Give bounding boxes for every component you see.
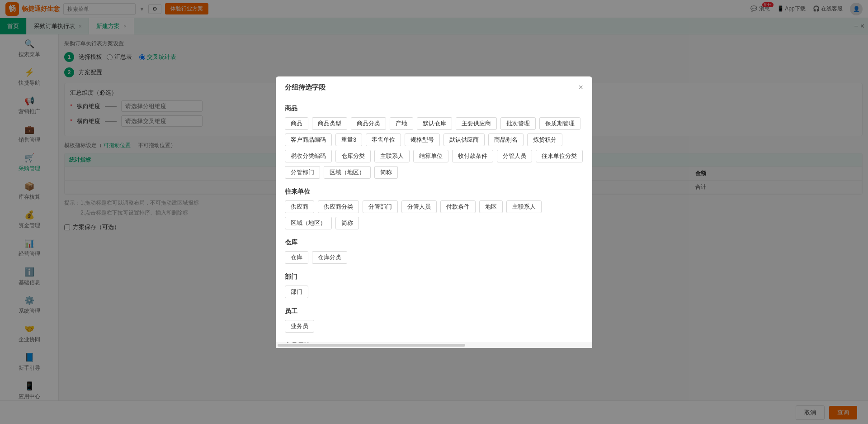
field-group-goods: 商品 商品 商品类型 商品分类 产地 默认仓库 主要供应商 批次管理 保质期管理… xyxy=(285,105,583,179)
field-tag-goods-category[interactable]: 商品分类 xyxy=(351,117,386,130)
field-tag-weight3[interactable]: 重量3 xyxy=(335,133,362,146)
modal-title: 分组待选字段 xyxy=(285,83,326,92)
field-tag-default-warehouse[interactable]: 默认仓库 xyxy=(417,117,452,130)
field-tag-settlement-unit[interactable]: 结算单位 xyxy=(413,150,448,162)
field-tag-main-supplier[interactable]: 主要供应商 xyxy=(456,117,497,130)
field-tag-region2[interactable]: 区域（地区） xyxy=(285,217,332,229)
field-tag-supplier-category[interactable]: 供应商分类 xyxy=(318,200,359,213)
field-tag-tax-code[interactable]: 税收分类编码 xyxy=(285,150,332,162)
field-tags-goods: 商品 商品类型 商品分类 产地 默认仓库 主要供应商 批次管理 保质期管理 客户… xyxy=(285,117,583,179)
field-tag-region[interactable]: 区域（地区） xyxy=(324,166,371,179)
field-tag-payment-terms[interactable]: 收付款条件 xyxy=(452,150,493,162)
field-group-warehouse-title: 仓库 xyxy=(285,238,583,247)
field-group-employee-title: 员工 xyxy=(285,307,583,315)
field-tag-goods-type[interactable]: 商品类型 xyxy=(312,117,347,130)
field-tag-main-contact2[interactable]: 主联系人 xyxy=(506,200,542,213)
field-tag-pay-terms[interactable]: 付款条件 xyxy=(440,200,476,213)
field-tag-warehouse[interactable]: 仓库 xyxy=(285,251,308,264)
field-tag-short-name2[interactable]: 简称 xyxy=(335,217,359,229)
field-tag-alias[interactable]: 商品别名 xyxy=(488,133,524,146)
field-tag-goods[interactable]: 商品 xyxy=(285,117,308,130)
field-tag-warehouse-category[interactable]: 仓库分类 xyxy=(335,150,371,162)
field-group-warehouse: 仓库 仓库 仓库分类 xyxy=(285,238,583,264)
field-group-department-title: 部门 xyxy=(285,273,583,281)
field-tag-main-contact[interactable]: 主联系人 xyxy=(374,150,410,162)
field-tag-dept[interactable]: 分管部门 xyxy=(285,166,320,179)
field-tag-salesperson[interactable]: 业务员 xyxy=(285,320,314,333)
field-tag-pick-points[interactable]: 拣货积分 xyxy=(527,133,562,146)
field-tag-shelf-life[interactable]: 保质期管理 xyxy=(539,117,580,130)
field-group-department: 部门 部门 xyxy=(285,273,583,298)
field-tag-warehouse-cat[interactable]: 仓库分类 xyxy=(312,251,347,264)
field-tags-department: 部门 xyxy=(285,286,583,298)
field-tags-employee: 业务员 xyxy=(285,320,583,333)
field-tag-short-name[interactable]: 简称 xyxy=(374,166,398,179)
field-tag-manager[interactable]: 分管人员 xyxy=(497,150,532,162)
field-tags-warehouse: 仓库 仓库分类 xyxy=(285,251,583,264)
field-group-goods-title: 商品 xyxy=(285,105,583,113)
modal-close-btn[interactable]: × xyxy=(578,83,583,92)
field-group-partner-title: 往来单位 xyxy=(285,188,583,196)
hscroll-thumb[interactable] xyxy=(278,344,465,347)
field-tags-partner: 供应商 供应商分类 分管部门 分管人员 付款条件 地区 主联系人 区域（地区） … xyxy=(285,200,583,229)
modal-hscroll[interactable] xyxy=(276,343,592,348)
field-tag-department[interactable]: 部门 xyxy=(285,286,308,298)
field-group-employee: 员工 业务员 xyxy=(285,307,583,333)
field-tag-customer-code[interactable]: 客户商品编码 xyxy=(285,133,332,146)
field-tag-partner-category[interactable]: 往来单位分类 xyxy=(536,150,583,162)
modal-header: 分组待选字段 × xyxy=(276,76,592,97)
field-select-modal: 分组待选字段 × 商品 商品 商品类型 商品分类 产地 默认仓库 主要供应商 批… xyxy=(276,76,592,348)
field-tag-area[interactable]: 地区 xyxy=(479,200,503,213)
field-group-partner: 往来单位 供应商 供应商分类 分管部门 分管人员 付款条件 地区 主联系人 区域… xyxy=(285,188,583,229)
field-tag-managed-dept[interactable]: 分管部门 xyxy=(363,200,398,213)
field-tag-supplier[interactable]: 供应商 xyxy=(285,200,314,213)
field-tag-origin[interactable]: 产地 xyxy=(390,117,413,130)
field-tag-retail-unit[interactable]: 零售单位 xyxy=(366,133,401,146)
field-tag-spec[interactable]: 规格型号 xyxy=(405,133,440,146)
modal-body[interactable]: 商品 商品 商品类型 商品分类 产地 默认仓库 主要供应商 批次管理 保质期管理… xyxy=(276,97,592,343)
field-tag-default-supplier[interactable]: 默认供应商 xyxy=(443,133,485,146)
field-tag-batch-mgmt[interactable]: 批次管理 xyxy=(500,117,536,130)
field-tag-managed-staff[interactable]: 分管人员 xyxy=(401,200,437,213)
